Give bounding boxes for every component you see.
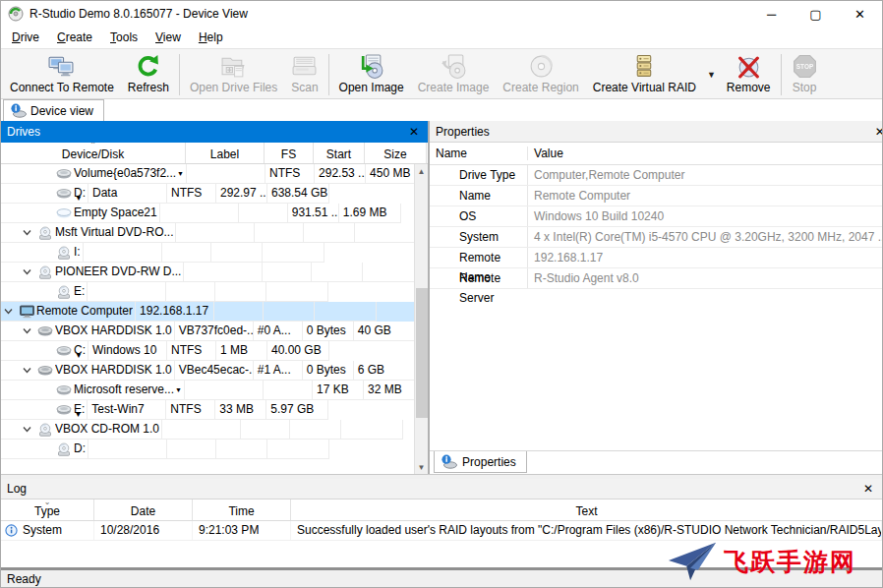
tab-properties[interactable]: Properties [434,451,527,473]
drive-row[interactable]: VBOX HARDDISK 1.0VBec45ecac-...#1 A...0 … [1,361,428,381]
drives-close-icon[interactable]: ✕ [406,125,422,139]
open-drive-files-button[interactable]: Open Drive Files [183,51,284,98]
maximize-button[interactable]: ▢ [794,1,838,27]
tab-properties-label: Properties [462,455,516,469]
create-region-button[interactable]: Create Region [496,51,585,98]
drive-row[interactable]: PIONEER DVD-RW D... [1,263,428,282]
property-row[interactable]: OSWindows 10 Build 10240 [430,206,883,227]
drive-row[interactable]: Remote Computer192.168.1.17 [1,302,428,322]
tab-device-view[interactable]: Device view [3,99,104,121]
drives-column-header-device-disk[interactable]: ⌃Device/Disk [1,143,186,163]
drives-column-header-start[interactable]: Start [314,143,365,163]
drive-row[interactable]: D: [1,440,428,459]
drives-column-header-fs[interactable]: FS [265,143,314,163]
property-row[interactable]: NameRemote Computer [430,186,883,206]
drive-row[interactable]: I: [1,243,428,263]
log-row[interactable]: System10/28/20169:21:03 PMSuccessfully l… [1,521,882,541]
property-row[interactable]: Remote ServerR-Studio Agent v8.0 [430,268,883,289]
log-column-header-time[interactable]: Time [193,500,291,520]
scroll-thumb[interactable] [416,288,428,418]
drive-fs: NTFS [166,400,215,420]
drive-row[interactable]: Empty Space21931.51 ...1.69 MB [1,204,428,223]
property-row[interactable]: System4 x Intel(R) Core(TM) i5-4570 CPU … [430,227,883,248]
properties-close-icon[interactable]: ✕ [872,125,883,139]
tree-collapse-icon[interactable] [3,306,19,317]
tree-collapse-icon[interactable] [22,365,37,376]
remove-button[interactable]: Remove [720,51,778,98]
close-button[interactable]: ✕ [838,1,882,27]
drive-name: Remote Computer [36,302,133,321]
tree-collapse-icon[interactable] [22,227,37,238]
properties-tab-bar: Properties [430,450,883,474]
truncated-dropdown-icon[interactable]: ▼ [177,164,184,183]
drive-row[interactable]: E: [1,282,428,302]
property-name: Remote Name [430,248,528,267]
tree-collapse-icon[interactable] [22,325,37,336]
property-value: 4 x Intel(R) Core(TM) i5-4570 CPU @ 3.20… [528,227,883,247]
tree-collapse-icon[interactable] [22,266,37,277]
drives-scrollbar[interactable]: ▲ ▼ [414,164,428,474]
drive-row[interactable]: Msft Virtual DVD-RO... [1,223,428,243]
scroll-down-icon[interactable]: ▼ [415,460,429,474]
mount-dropdown-icon[interactable]: ▼ [75,346,83,361]
menu-item-tools[interactable]: Tools [101,29,147,46]
drives-column-header-size[interactable]: Size [365,143,427,163]
mount-dropdown-icon[interactable]: ▼ [74,405,82,420]
stop-button[interactable]: STOP Stop [785,51,825,98]
minimize-button[interactable]: ─ [749,1,794,27]
menu-item-create[interactable]: Create [48,29,101,46]
connect-to-remote-label: Connect To Remote [10,81,114,94]
log-column-header-text[interactable]: Text [291,500,882,520]
menu-item-help[interactable]: Help [190,29,232,46]
drive-fs: NTFS [167,341,216,361]
menu-item-view[interactable]: View [147,29,190,46]
chevron-down-icon: ▼ [707,70,716,80]
tree-collapse-icon[interactable] [22,424,37,435]
drive-start: 1 MB [216,341,267,361]
refresh-button[interactable]: Refresh [121,51,176,98]
drive-label [162,420,241,440]
drive-row[interactable]: D:▼DataNTFS292.97 ...638.54 GB [1,184,428,204]
stop-icon: STOP [792,53,818,80]
drive-row[interactable]: C:▼Windows 10NTFS1 MB40.00 GB [1,341,428,361]
open-image-button[interactable]: Open Image [332,51,411,98]
log-close-icon[interactable]: ✕ [860,482,876,496]
create-image-button[interactable]: Create Image [411,51,497,98]
create-virtual-raid-dropdown[interactable]: ▼ [703,51,720,98]
property-value: Windows 10 Build 10240 [528,206,883,226]
log-column-header-type[interactable]: ⌄Type [1,500,94,520]
computer-icon [19,305,36,319]
tab-device-view-label: Device view [30,104,93,118]
property-row[interactable]: Drive TypeComputer,Remote Computer [430,165,883,186]
scroll-up-icon[interactable]: ▲ [415,164,429,178]
drive-row[interactable]: VBOX HARDDISK 1.0VB737fc0ed-...#0 A...0 … [1,322,428,341]
mount-dropdown-icon[interactable]: ▼ [75,189,83,204]
menu-item-drive[interactable]: Drive [3,29,48,46]
property-row[interactable]: Remote Name192.168.1.17 [430,248,883,268]
property-name: OS [430,206,528,226]
properties-column-header-name[interactable]: Name [430,147,528,160]
drives-panel: Drives ✕ ⌃Device/DiskLabelFSStartSize Vo… [1,121,429,474]
toolbar-separator [328,54,329,95]
drive-name: Microsoft reserve... [74,381,174,399]
create-image-icon [441,53,467,80]
properties-column-header-value[interactable]: Value [528,147,883,160]
create-virtual-raid-button[interactable]: Create Virtual RAID [586,51,703,98]
truncated-dropdown-icon[interactable]: ▼ [175,381,182,399]
cd-icon [37,265,55,279]
drive-row[interactable]: E:▼Test-Win7NTFS33 MB5.97 GB [1,400,428,420]
scan-button[interactable]: Scan [284,51,324,98]
property-value: R-Studio Agent v8.0 [528,268,883,288]
drive-row[interactable]: Microsoft reserve...▼17 KB32 MB [1,381,428,400]
property-value: 192.168.1.17 [528,248,883,267]
log-column-header-date[interactable]: Date [94,500,193,520]
connect-to-remote-button[interactable]: Connect To Remote [3,51,121,98]
drive-row[interactable]: Volume{e0a573f2...▼NTFS292.53 ...450 MB [1,164,428,184]
app-icon [8,6,24,22]
refresh-label: Refresh [128,81,169,94]
drives-column-header-label[interactable]: Label [186,143,265,163]
drive-size: 40.00 GB [267,341,329,361]
disk-icon [37,324,55,337]
drive-row[interactable]: VBOX CD-ROM 1.0 [1,420,428,440]
status-bar: Ready [1,567,882,588]
